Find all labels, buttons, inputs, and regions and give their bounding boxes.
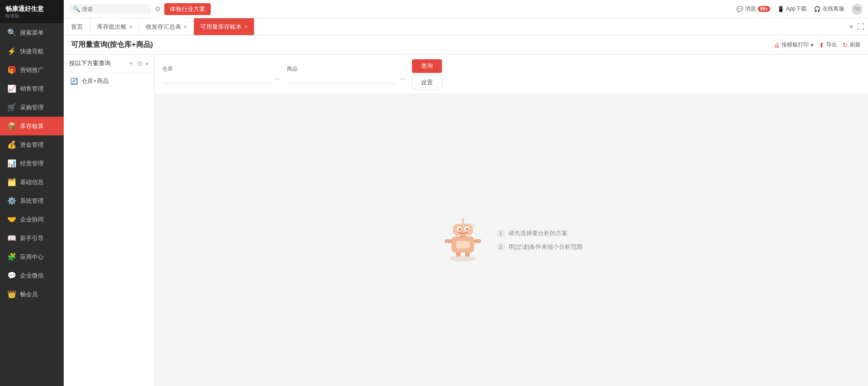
sidebar-item-basic[interactable]: 🗂️ 基础信息 bbox=[0, 173, 64, 191]
warehouse-more-btn[interactable]: ··· bbox=[275, 75, 279, 83]
header-search-box[interactable]: 🔍 bbox=[69, 4, 151, 14]
app-download-label: App下载 bbox=[786, 5, 807, 13]
tab-batch-ledger[interactable]: 库存批次账 × bbox=[91, 18, 139, 35]
sidebar-item-inventory[interactable]: 📦 库存核算 bbox=[0, 117, 64, 135]
sidebar-item-member[interactable]: 👑 畅会员 bbox=[0, 285, 64, 304]
sidebar-item-wechat[interactable]: 💬 企业微信 bbox=[0, 266, 64, 285]
refresh-label: 刷新 bbox=[850, 41, 861, 49]
message-icon: 💬 bbox=[736, 6, 743, 12]
page-header: 可用量查询(按仓库+商品) 🖨 按模板打印 ▾ ⬆ 导出 ↻ 刷新 bbox=[64, 36, 868, 55]
sidebar-label-basic: 基础信息 bbox=[20, 178, 44, 186]
query-area: 仓库 ··· 商品 ··· 查询 bbox=[155, 55, 868, 386]
warehouse-input[interactable] bbox=[162, 74, 271, 84]
message-badge: 99+ bbox=[758, 6, 770, 12]
filter-item-warehouse-goods[interactable]: 🔄 仓库+商品 bbox=[64, 72, 154, 90]
tab-available-stock-close[interactable]: × bbox=[244, 24, 248, 30]
sidebar-label-newbie: 新手引导 bbox=[20, 234, 44, 242]
sidebar-item-newbie[interactable]: 📖 新手引导 bbox=[0, 229, 64, 247]
sidebar-label-purchase: 采购管理 bbox=[20, 103, 44, 112]
sidebar-label-member: 畅会员 bbox=[20, 290, 38, 299]
export-icon: ⬆ bbox=[819, 41, 824, 49]
message-label: 消息 bbox=[745, 5, 756, 13]
sidebar-label-sales: 销售管理 bbox=[20, 85, 44, 93]
avatar[interactable]: Rit bbox=[852, 4, 863, 15]
svg-text:✦: ✦ bbox=[447, 231, 449, 234]
settings-filter-icon[interactable]: ⊙ bbox=[137, 60, 142, 67]
wechat-icon: 💬 bbox=[7, 271, 16, 280]
sidebar-label-inventory: 库存核算 bbox=[20, 122, 44, 130]
tab-available-stock-label: 可用量库存账本 bbox=[200, 23, 242, 31]
tab-recv-summary-close[interactable]: × bbox=[184, 24, 187, 30]
svg-point-10 bbox=[458, 228, 461, 231]
svg-point-0 bbox=[449, 256, 477, 261]
filter-item-icon: 🔄 bbox=[70, 77, 78, 85]
tab-batch-ledger-close[interactable]: × bbox=[129, 24, 132, 30]
goods-more-btn[interactable]: ··· bbox=[400, 75, 404, 83]
header-right: 💬 消息 99+ 📱 App下载 🎧 在线客服 Rit bbox=[736, 4, 863, 15]
tab-home[interactable]: 首页 bbox=[64, 18, 91, 35]
message-button[interactable]: 💬 消息 99+ bbox=[736, 5, 770, 13]
export-button[interactable]: ⬆ 导出 bbox=[819, 41, 837, 49]
page-actions: 🖨 按模板打印 ▾ ⬆ 导出 ↻ 刷新 bbox=[773, 41, 861, 49]
sidebar-item-sales[interactable]: 📈 销售管理 bbox=[0, 79, 64, 98]
content-body: 按以下方案查询 ＋ ⊙ « 🔄 仓库+商品 仓库 bbox=[64, 55, 868, 386]
print-dropdown-icon[interactable]: ▾ bbox=[811, 42, 813, 48]
tab-available-stock[interactable]: 可用量库存账本 × bbox=[194, 18, 254, 35]
enterprise-icon: 🤝 bbox=[7, 215, 16, 224]
svg-rect-4 bbox=[445, 239, 452, 243]
member-icon: 👑 bbox=[7, 290, 16, 299]
goods-input[interactable] bbox=[287, 74, 396, 84]
sidebar-label-apps: 应用中心 bbox=[20, 253, 44, 261]
app-download-button[interactable]: 📱 App下载 bbox=[777, 5, 807, 13]
hint-item-1: 1 请先选择要分析的方案 bbox=[497, 229, 583, 237]
sidebar-item-system[interactable]: ⚙️ 系统管理 bbox=[0, 191, 64, 210]
settings-icon[interactable]: ⚙ bbox=[155, 5, 161, 13]
close-window-icon[interactable]: × bbox=[849, 23, 853, 31]
tab-recv-summary[interactable]: 收发存汇总表 × bbox=[139, 18, 194, 35]
collapse-filter-icon[interactable]: « bbox=[145, 60, 149, 67]
query-button[interactable]: 查询 bbox=[412, 59, 442, 73]
marketing-icon: 🎁 bbox=[7, 66, 16, 74]
sidebar-item-marketing[interactable]: 🎁 营销推广 bbox=[0, 61, 64, 79]
filter-panel-title: 按以下方案查询 bbox=[69, 59, 125, 67]
sidebar-item-finance[interactable]: 💰 资金管理 bbox=[0, 135, 64, 154]
print-label: 按模板打印 bbox=[782, 41, 809, 49]
inventory-icon: 📦 bbox=[7, 122, 16, 130]
sidebar-item-apps[interactable]: 🧩 应用中心 bbox=[0, 247, 64, 266]
setting-button[interactable]: 设置 bbox=[412, 76, 442, 89]
print-button[interactable]: 🖨 按模板打印 ▾ bbox=[773, 41, 813, 49]
empty-state: ✦ ✦ 1 请先选择要分析的方案 2 用[过滤]条件来缩小分析范围 bbox=[155, 94, 868, 386]
trial-button[interactable]: 体验行业方案 bbox=[164, 3, 211, 15]
add-filter-icon[interactable]: ＋ bbox=[128, 59, 134, 67]
query-filters-row: 仓库 ··· 商品 ··· 查询 bbox=[155, 55, 868, 94]
app-logo: 畅康通好生意 标准版 bbox=[0, 0, 64, 23]
sidebar-label-finance: 资金管理 bbox=[20, 141, 44, 149]
warehouse-filter-field: 仓库 ··· bbox=[162, 65, 279, 84]
search-icon: 🔍 bbox=[7, 28, 16, 37]
expand-window-icon[interactable]: ⛶ bbox=[857, 23, 864, 31]
purchase-icon: 🛒 bbox=[7, 103, 16, 112]
svg-point-13 bbox=[462, 218, 464, 221]
sidebar-item-operations[interactable]: 📊 经营管理 bbox=[0, 154, 64, 173]
header-search-input[interactable] bbox=[82, 6, 146, 12]
tab-window-controls: × ⛶ bbox=[846, 18, 868, 35]
svg-rect-14 bbox=[456, 241, 470, 248]
online-service-button[interactable]: 🎧 在线客服 bbox=[814, 5, 844, 13]
sidebar-item-shortcut[interactable]: ⚡ 快捷导航 bbox=[0, 42, 64, 61]
refresh-button[interactable]: ↻ 刷新 bbox=[843, 41, 861, 49]
sales-icon: 📈 bbox=[7, 84, 16, 93]
print-icon: 🖨 bbox=[773, 41, 780, 49]
shortcut-icon: ⚡ bbox=[7, 47, 16, 56]
app-name: 畅康通好生意 bbox=[5, 5, 58, 13]
sidebar-item-purchase[interactable]: 🛒 采购管理 bbox=[0, 98, 64, 117]
sidebar-item-search[interactable]: 🔍 搜索菜单 bbox=[0, 23, 64, 42]
sidebar-item-enterprise[interactable]: 🤝 企业协同 bbox=[0, 210, 64, 229]
basic-icon: 🗂️ bbox=[7, 178, 16, 186]
svg-text:✦: ✦ bbox=[472, 223, 475, 227]
sidebar-label-system: 系统管理 bbox=[20, 197, 44, 205]
tab-batch-ledger-label: 库存批次账 bbox=[97, 23, 127, 31]
hint-text-1: 请先选择要分析的方案 bbox=[508, 229, 568, 237]
export-label: 导出 bbox=[826, 41, 837, 49]
system-icon: ⚙️ bbox=[7, 196, 16, 205]
top-header: 🔍 ⚙ 体验行业方案 💬 消息 99+ 📱 App下载 🎧 在线客服 Rit bbox=[64, 0, 868, 18]
